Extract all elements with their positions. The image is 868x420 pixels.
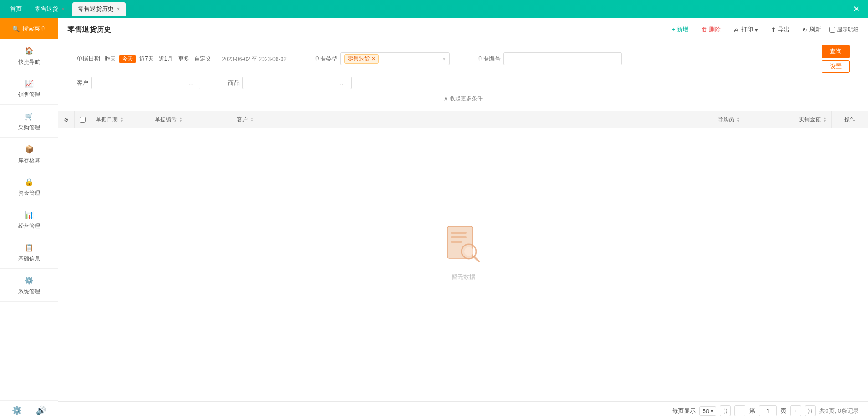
- new-button[interactable]: + 新增: [667, 24, 693, 36]
- purchase-icon: 🛒: [23, 110, 35, 122]
- close-tab-retail-return-history[interactable]: ✕: [116, 6, 120, 12]
- search-icon: 🔍: [12, 26, 20, 32]
- shortcut-1month[interactable]: 近1月: [157, 55, 175, 63]
- inventory-icon: 📦: [23, 143, 35, 155]
- top-bar-right: ✕: [849, 4, 863, 14]
- toolbar: + 新增 🗑 删除 🖨 打印 ▾ ⬆ 导出 ↻ 刷新: [667, 24, 859, 36]
- settings-button[interactable]: 设置: [822, 60, 850, 73]
- svg-rect-1: [451, 232, 467, 234]
- query-button[interactable]: 查询: [822, 45, 850, 58]
- filter-area: 单据日期 昨天 今天 近7天 近1月 更多 自定义 2023-06-02 至 2…: [67, 40, 859, 111]
- shortcut-yesterday[interactable]: 昨天: [103, 55, 118, 63]
- top-bar: 首页 零售退货 ✕ 零售退货历史 ✕ ✕: [0, 0, 868, 18]
- shortcut-custom[interactable]: 自定义: [193, 55, 213, 63]
- date-filter-item: 单据日期 昨天 今天 近7天 近1月 更多 自定义: [77, 55, 213, 63]
- settings-bottom-icon[interactable]: ⚙️: [12, 405, 22, 415]
- per-page-select[interactable]: 50 ▾: [699, 406, 716, 416]
- page-title-row: 零售退货历史 + 新增 🗑 删除 🖨 打印 ▾ ⬆ 导出 ↻: [67, 24, 859, 36]
- bill-no-label: 单据编号: [477, 55, 501, 63]
- shortcut-today[interactable]: 今天: [119, 55, 136, 63]
- svg-line-5: [474, 256, 479, 261]
- per-page-dropdown-icon: ▾: [711, 409, 713, 414]
- tab-home[interactable]: 首页: [5, 2, 27, 16]
- sidebar-bottom: ⚙️ 🔊: [0, 400, 58, 420]
- th-customer[interactable]: 客户 ▲ ▼: [232, 111, 713, 128]
- sidebar-item-sales[interactable]: 📈 销售管理: [0, 72, 58, 105]
- bill-no-sort: ▲ ▼: [179, 117, 183, 123]
- empty-icon: [441, 222, 486, 267]
- sales-icon: 📈: [23, 77, 35, 89]
- guide-sort: ▲ ▼: [736, 117, 740, 123]
- last-page-button[interactable]: ⟩⟩: [805, 405, 816, 416]
- print-button[interactable]: 🖨 打印 ▾: [729, 24, 763, 36]
- shortcut-more[interactable]: 更多: [176, 55, 191, 63]
- th-date[interactable]: 单据日期 ▲ ▼: [91, 111, 150, 128]
- sidebar-item-finance[interactable]: 🔒 资金管理: [0, 170, 58, 203]
- goods-ellipsis: ...: [337, 80, 348, 87]
- tab-retail-return[interactable]: 零售退货 ✕: [29, 2, 71, 16]
- show-detail-checkbox[interactable]: 显示明细: [829, 26, 859, 34]
- refresh-icon: ↻: [802, 26, 807, 33]
- sidebar-search[interactable]: 🔍 搜索菜单: [0, 18, 58, 39]
- sidebar-item-operations[interactable]: 📊 经营管理: [0, 203, 58, 236]
- volume-icon[interactable]: 🔊: [36, 405, 46, 415]
- th-settings[interactable]: ⚙: [58, 111, 75, 128]
- select-all-checkbox[interactable]: [80, 117, 86, 123]
- customer-ellipsis: ...: [186, 80, 196, 87]
- collapse-bar[interactable]: ∧ 收起更多条件: [77, 93, 850, 106]
- table-area: ⚙ 单据日期 ▲ ▼ 单据编号 ▲ ▼: [58, 111, 868, 420]
- refresh-button[interactable]: ↻ 刷新: [798, 24, 826, 36]
- bill-no-input[interactable]: [503, 52, 622, 65]
- bill-type-select[interactable]: 零售退货 ✕ ▾: [340, 52, 450, 65]
- close-tab-retail-return[interactable]: ✕: [61, 6, 65, 12]
- window-close-button[interactable]: ✕: [849, 4, 863, 14]
- filter-row-2: 客户 ... 商品 ...: [77, 77, 850, 89]
- date-range-item: 2023-06-02 至 2023-06-02: [222, 55, 286, 63]
- sidebar-item-quick-nav[interactable]: 🏠 快捷导航: [0, 39, 58, 72]
- print-dropdown-icon: ▾: [755, 26, 758, 33]
- first-page-button[interactable]: ⟨⟨: [720, 405, 731, 416]
- sidebar-item-purchase[interactable]: 🛒 采购管理: [0, 105, 58, 138]
- export-button[interactable]: ⬆ 导出: [766, 24, 794, 36]
- bill-no-filter-item: 单据编号: [477, 52, 622, 65]
- date-range-display: 2023-06-02 至 2023-06-02: [222, 56, 286, 63]
- date-sort: ▲ ▼: [120, 117, 123, 123]
- collapse-icon: ∧: [444, 96, 448, 102]
- show-detail-input[interactable]: [829, 27, 835, 33]
- prev-page-button[interactable]: ‹: [734, 405, 745, 416]
- customer-sort: ▲ ▼: [250, 117, 254, 123]
- tab-retail-return-history[interactable]: 零售退货历史 ✕: [72, 2, 126, 16]
- th-guide[interactable]: 导购员 ▲ ▼: [713, 111, 772, 128]
- layout: 🔍 搜索菜单 🏠 快捷导航 📈 销售管理 🛒 采购管理 📦 库存核算 🔒 资金管…: [0, 18, 868, 420]
- per-page-label: 每页显示: [672, 407, 696, 415]
- bill-type-tag-close[interactable]: ✕: [371, 56, 375, 62]
- table-settings-icon[interactable]: ⚙: [64, 117, 69, 123]
- filter-row-1: 单据日期 昨天 今天 近7天 近1月 更多 自定义 2023-06-02 至 2…: [77, 45, 850, 73]
- main-content: 零售退货历史 + 新增 🗑 删除 🖨 打印 ▾ ⬆ 导出 ↻: [58, 18, 868, 420]
- delete-button[interactable]: 🗑 删除: [697, 24, 725, 36]
- sidebar-item-basic-info[interactable]: 📋 基础信息: [0, 236, 58, 269]
- th-bill-no[interactable]: 单据编号 ▲ ▼: [150, 111, 232, 128]
- bill-type-label: 单据类型: [314, 55, 338, 63]
- svg-point-6: [464, 247, 473, 256]
- next-page-button[interactable]: ›: [790, 405, 801, 416]
- table-header: ⚙ 单据日期 ▲ ▼ 单据编号 ▲ ▼: [58, 111, 868, 128]
- empty-text: 暂无数据: [452, 273, 475, 281]
- select-dropdown-icon: ▾: [443, 56, 446, 62]
- th-ops: 操作: [832, 111, 868, 128]
- th-amount[interactable]: 实销金额 ▲ ▼: [772, 111, 832, 128]
- page-number-input[interactable]: [759, 405, 777, 416]
- print-icon: 🖨: [734, 26, 740, 33]
- sidebar-item-system[interactable]: ⚙️ 系统管理: [0, 269, 58, 302]
- shortcut-7days[interactable]: 近7天: [138, 55, 155, 63]
- customer-select[interactable]: ...: [91, 77, 200, 89]
- sidebar-item-inventory[interactable]: 📦 库存核算: [0, 138, 58, 170]
- finance-icon: 🔒: [23, 176, 35, 188]
- goods-select[interactable]: ...: [242, 77, 352, 89]
- page-info: 共0页, 0条记录: [819, 407, 859, 415]
- operations-icon: 📊: [23, 209, 35, 220]
- bill-type-filter-item: 单据类型 零售退货 ✕ ▾: [314, 52, 450, 65]
- export-icon: ⬆: [771, 26, 776, 33]
- th-checkbox[interactable]: [75, 111, 91, 128]
- pagination: 每页显示 50 ▾ ⟨⟨ ‹ 第 页 › ⟩⟩ 共0页, 0条记录: [58, 401, 868, 420]
